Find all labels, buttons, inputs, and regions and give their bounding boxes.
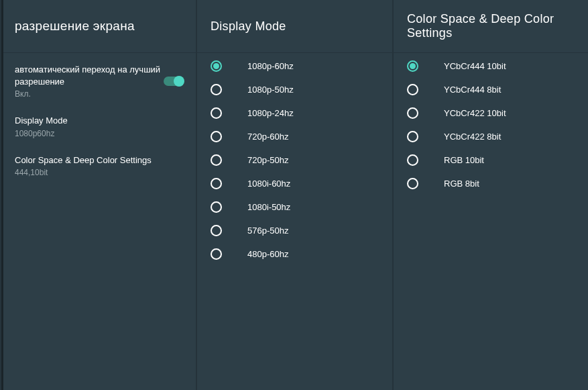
setting-primary: Color Space & Deep Color Settings xyxy=(15,154,152,166)
radio-icon xyxy=(211,107,222,119)
setting-primary: автоматический переход на лучший разреше… xyxy=(15,64,164,88)
toggle-switch[interactable] xyxy=(164,77,184,86)
radio-icon xyxy=(211,225,222,236)
setting-secondary: 1080p60hz xyxy=(15,129,68,138)
radio-label: YCbCr422 10bit xyxy=(444,108,506,118)
radio-label: YCbCr422 8bit xyxy=(444,132,501,142)
setting-text: Display Mode 1080p60hz xyxy=(15,115,68,138)
display-mode-options: 1080p-60hz1080p-50hz1080p-24hz720p-60hz7… xyxy=(197,53,392,266)
radio-icon xyxy=(407,154,418,166)
radio-icon xyxy=(407,178,418,189)
panel-title: Color Space & Deep Color Settings xyxy=(394,0,588,52)
setting-text: автоматический переход на лучший разреше… xyxy=(15,64,164,99)
color-space-option[interactable]: YCbCr444 8bit xyxy=(394,78,588,101)
radio-icon xyxy=(211,201,222,213)
radio-icon xyxy=(211,60,222,72)
panel-title: разрешение экрана xyxy=(1,0,196,52)
radio-label: 720p-50hz xyxy=(247,155,288,165)
setting-display-mode[interactable]: Display Mode 1080p60hz xyxy=(1,107,196,146)
radio-icon xyxy=(211,178,222,189)
display-mode-option[interactable]: 1080p-50hz xyxy=(197,78,392,101)
radio-icon xyxy=(211,131,222,142)
color-space-option[interactable]: YCbCr422 8bit xyxy=(394,125,588,148)
radio-label: 1080p-60hz xyxy=(247,61,294,71)
settings-list: автоматический переход на лучший разреше… xyxy=(1,53,196,185)
color-space-option[interactable]: RGB 8bit xyxy=(394,172,588,195)
display-mode-option[interactable]: 720p-50hz xyxy=(197,148,392,172)
radio-label: 1080p-24hz xyxy=(247,108,294,118)
radio-icon xyxy=(407,107,418,119)
setting-auto-best-resolution[interactable]: автоматический переход на лучший разреше… xyxy=(1,56,196,107)
setting-text: Color Space & Deep Color Settings 444,10… xyxy=(15,154,152,177)
radio-label: RGB 8bit xyxy=(444,179,479,189)
radio-label: 1080i-60hz xyxy=(247,179,290,189)
color-space-option[interactable]: YCbCr422 10bit xyxy=(394,101,588,125)
radio-label: 576p-50hz xyxy=(247,226,288,236)
panel-color-space: Color Space & Deep Color Settings YCbCr4… xyxy=(392,0,588,390)
color-space-options: YCbCr444 10bitYCbCr444 8bitYCbCr422 10bi… xyxy=(394,53,588,195)
radio-icon xyxy=(407,131,418,142)
radio-label: 1080i-50hz xyxy=(247,202,290,212)
radio-icon xyxy=(407,60,418,72)
radio-label: 480p-60hz xyxy=(247,249,288,259)
setting-secondary: Вкл. xyxy=(15,89,164,99)
display-mode-option[interactable]: 720p-60hz xyxy=(197,125,392,148)
panel-screen-resolution: разрешение экрана автоматический переход… xyxy=(0,0,196,390)
display-mode-option[interactable]: 1080i-60hz xyxy=(197,172,392,195)
radio-label: RGB 10bit xyxy=(444,155,484,165)
radio-icon xyxy=(211,84,222,95)
panel-display-mode: Display Mode 1080p-60hz1080p-50hz1080p-2… xyxy=(196,0,392,390)
color-space-option[interactable]: YCbCr444 10bit xyxy=(394,54,588,78)
display-mode-option[interactable]: 480p-60hz xyxy=(197,242,392,266)
radio-icon xyxy=(407,84,418,95)
radio-icon xyxy=(211,248,222,260)
radio-label: 720p-60hz xyxy=(247,132,288,142)
setting-primary: Display Mode xyxy=(15,115,68,127)
display-mode-option[interactable]: 576p-50hz xyxy=(197,219,392,242)
radio-icon xyxy=(211,154,222,166)
display-mode-option[interactable]: 1080p-60hz xyxy=(197,54,392,78)
setting-secondary: 444,10bit xyxy=(15,168,152,177)
radio-label: YCbCr444 8bit xyxy=(444,85,501,95)
setting-color-space[interactable]: Color Space & Deep Color Settings 444,10… xyxy=(1,146,196,185)
radio-label: YCbCr444 10bit xyxy=(444,61,506,71)
display-mode-option[interactable]: 1080i-50hz xyxy=(197,195,392,219)
color-space-option[interactable]: RGB 10bit xyxy=(394,148,588,172)
display-mode-option[interactable]: 1080p-24hz xyxy=(197,101,392,125)
panel-title: Display Mode xyxy=(197,0,392,52)
radio-label: 1080p-50hz xyxy=(247,85,294,95)
